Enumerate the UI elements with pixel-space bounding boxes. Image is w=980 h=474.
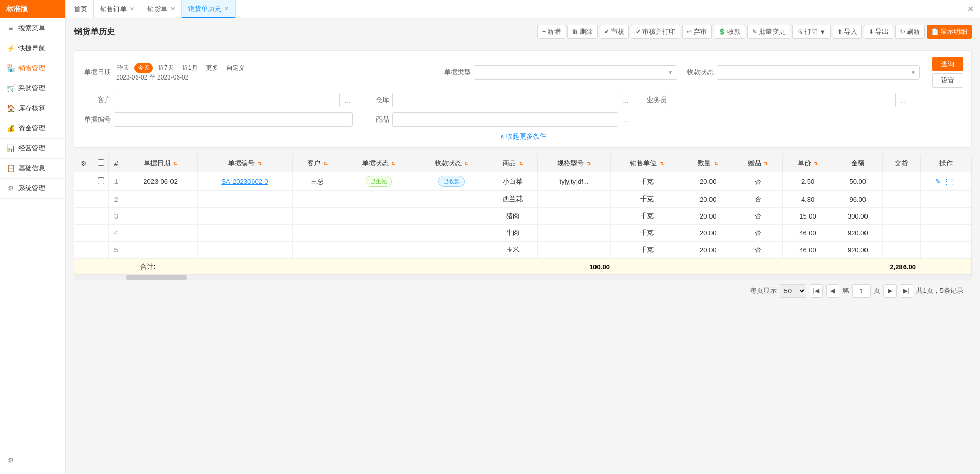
cell-unit-price: 46.00	[783, 242, 833, 259]
collapse-button[interactable]: ∧ 收起更多条件	[83, 132, 963, 141]
cell-unit: 千克	[610, 242, 683, 259]
sidebar-item-finance[interactable]: 💰 资金管理	[0, 118, 65, 139]
batch-change-button[interactable]: ✎ 批量变更	[747, 25, 790, 39]
col-gift[interactable]: 赠品 ⇅	[733, 154, 783, 172]
sidebar: 标准版 ≡ 搜索菜单 ⚡ 快捷导航 🏪 销售管理 🛒 采购管理 🏠 库存核算 💰…	[0, 0, 66, 474]
tab-sales-order[interactable]: 销售订单 ✕	[94, 0, 141, 18]
shortcut-more[interactable]: 更多	[203, 63, 221, 73]
date-label: 单据日期	[83, 68, 111, 77]
col-unit-price[interactable]: 单价 ⇅	[783, 154, 833, 172]
cell-settings	[74, 242, 93, 259]
table-settings-icon[interactable]: ⚙	[81, 160, 87, 167]
cell-num: 4	[108, 225, 124, 242]
col-action: 操作	[920, 154, 971, 172]
tab-sales-delivery[interactable]: 销货单 ✕	[141, 0, 182, 18]
doc-type-select[interactable]	[474, 65, 677, 80]
sidebar-item-search[interactable]: ≡ 搜索菜单	[0, 18, 65, 38]
tab-sales-order-close[interactable]: ✕	[130, 6, 134, 12]
goods-input[interactable]	[392, 112, 618, 127]
sidebar-item-quicknav[interactable]: ⚡ 快捷导航	[0, 38, 65, 58]
col-doc-status-sort: ⇅	[391, 161, 395, 166]
collapse-arrow: ∧	[499, 133, 505, 141]
col-goods[interactable]: 商品 ⇅	[488, 154, 537, 172]
page-title: 销货单历史	[74, 27, 115, 37]
shortcut-custom[interactable]: 自定义	[223, 63, 248, 73]
cell-doc-status	[342, 208, 415, 225]
sidebar-item-inventory[interactable]: 🏠 库存核算	[0, 98, 65, 118]
prev-page-button[interactable]: ◀	[826, 284, 839, 298]
cell-customer	[293, 208, 342, 225]
delete-button[interactable]: 🗑 删除	[567, 25, 598, 39]
next-page-button[interactable]: ▶	[883, 284, 897, 298]
scroll-thumb[interactable]	[126, 275, 187, 280]
doc-no-link[interactable]: SA-20230602-0	[221, 177, 268, 185]
cell-unit-price: 15.00	[783, 208, 833, 225]
col-receipt-status[interactable]: 收款状态 ⇅	[415, 154, 488, 172]
query-button[interactable]: 查询	[932, 57, 963, 71]
col-doc-status[interactable]: 单据状态 ⇅	[342, 154, 415, 172]
abandon-button[interactable]: ↩ 弃审	[682, 25, 712, 39]
col-unit[interactable]: 销售单位 ⇅	[610, 154, 683, 172]
new-button[interactable]: + 新增	[537, 25, 565, 39]
shortcut-today[interactable]: 今天	[134, 63, 153, 73]
cell-amount: 300.00	[833, 208, 882, 225]
select-all-checkbox[interactable]	[98, 159, 104, 166]
customer-input[interactable]	[114, 93, 340, 107]
col-doc-date[interactable]: 单据日期 ⇅	[124, 154, 197, 172]
tab-sales-history[interactable]: 销货单历史 ✕	[182, 0, 236, 18]
col-unit-sort: ⇅	[660, 161, 664, 166]
col-qty[interactable]: 数量 ⇅	[683, 154, 733, 172]
import-button[interactable]: ⬆ 导入	[833, 25, 862, 39]
edit-icon[interactable]: ✎	[935, 177, 941, 185]
refresh-button[interactable]: ↻ 刷新	[895, 25, 925, 39]
cell-customer	[293, 225, 342, 242]
cell-doc-status	[342, 225, 415, 242]
new-icon: +	[542, 28, 546, 35]
tab-bar-close[interactable]: ✕	[967, 4, 978, 14]
cell-customer: 王总	[293, 172, 342, 191]
col-settings[interactable]: ⚙	[74, 154, 93, 172]
last-page-button[interactable]: ▶|	[900, 284, 913, 298]
cell-action	[920, 208, 971, 225]
row-checkbox[interactable]	[98, 177, 104, 184]
sidebar-item-basic[interactable]: 📋 基础信息	[0, 159, 65, 179]
warehouse-dot[interactable]: ...	[621, 96, 631, 104]
col-doc-no[interactable]: 单据编号 ⇅	[197, 154, 292, 172]
tab-home[interactable]: 首页	[68, 0, 94, 18]
shortcut-1month[interactable]: 近1月	[179, 63, 201, 73]
shortcut-yesterday[interactable]: 昨天	[114, 63, 132, 73]
tab-sales-delivery-close[interactable]: ✕	[170, 6, 175, 12]
cell-amount: 50.00	[833, 172, 882, 191]
display-detail-button[interactable]: 📄 显示明细	[927, 25, 972, 39]
salesperson-dot[interactable]: ...	[899, 96, 909, 104]
audit-button[interactable]: ✔ 审核	[600, 25, 629, 39]
sales-icon: 🏪	[6, 64, 15, 73]
print-button[interactable]: 🖨 打印 ▼	[792, 25, 831, 39]
sidebar-item-label: 快捷导航	[18, 44, 45, 53]
col-customer[interactable]: 客户 ⇅	[293, 154, 342, 172]
warehouse-input[interactable]	[392, 93, 618, 107]
receipt-status-select[interactable]	[717, 65, 920, 80]
sidebar-item-sales[interactable]: 🏪 销售管理	[0, 58, 65, 78]
goods-dot[interactable]: ...	[621, 116, 631, 124]
customer-dot[interactable]: ...	[343, 96, 353, 104]
per-page-select[interactable]: 50 20 100	[780, 284, 806, 298]
page-input[interactable]	[852, 284, 871, 298]
tab-sales-history-close[interactable]: ✕	[224, 5, 229, 12]
sidebar-item-system[interactable]: ⚙ 系统管理	[0, 179, 65, 199]
audit-print-button[interactable]: ✔ 审核并打印	[631, 25, 680, 39]
sidebar-item-purchase[interactable]: 🛒 采购管理	[0, 78, 65, 98]
set-button[interactable]: 设置	[932, 73, 963, 88]
doc-no-input[interactable]	[114, 112, 353, 127]
salesperson-input[interactable]	[670, 93, 896, 107]
shortcut-7days[interactable]: 近7天	[155, 63, 177, 73]
col-gift-label: 赠品	[748, 159, 761, 167]
export-button[interactable]: ⬇ 导出	[864, 25, 893, 39]
col-spec[interactable]: 规格型号 ⇅	[537, 154, 610, 172]
more-icon[interactable]: ⋮⋮	[943, 177, 956, 185]
horizontal-scrollbar[interactable]	[74, 274, 971, 280]
sidebar-item-settings-bottom[interactable]: ⚙	[0, 450, 65, 470]
receipt-button[interactable]: 💲 收款	[714, 25, 745, 39]
first-page-button[interactable]: |◀	[810, 284, 823, 298]
sidebar-item-operation[interactable]: 📊 经营管理	[0, 139, 65, 159]
